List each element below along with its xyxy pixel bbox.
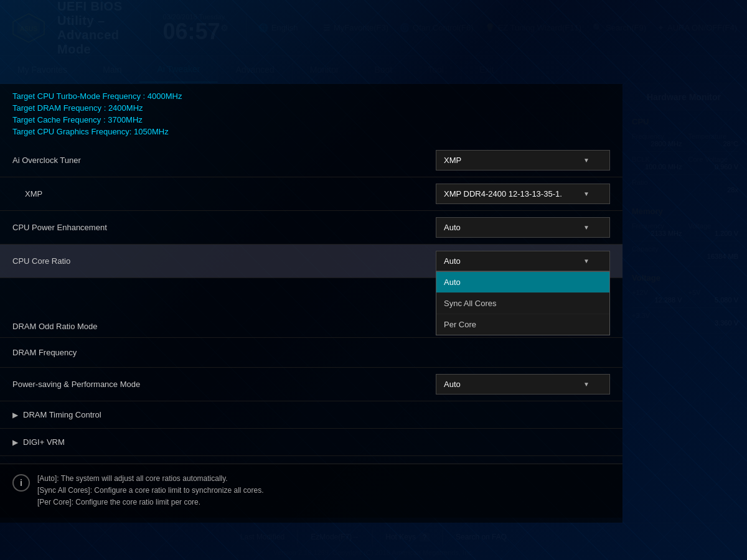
banner-cpu-turbo: Target CPU Turbo-Mode Frequency : 4000MH… — [12, 91, 610, 101]
right-arrow-icon: ▶ — [12, 411, 18, 419]
chevron-down-icon: ▼ — [583, 157, 590, 164]
collapsible-label-digi-vrm: DIGI+ VRM — [23, 437, 65, 447]
dropdown-btn-power-saving[interactable]: Auto ▼ — [436, 374, 610, 394]
collapsible-digi-vrm[interactable]: ▶ DIGI+ VRM — [0, 429, 622, 456]
setting-cpu-core-ratio: CPU Core Ratio Auto ▼ Auto Sync All Core… — [0, 245, 622, 278]
banner-gpu-freq: Target CPU Graphics Frequency: 1050MHz — [12, 127, 610, 136]
dropdown-btn-cpu-power[interactable]: Auto ▼ — [436, 217, 610, 238]
setting-label-ai-overclock: Ai Overclock Tuner — [12, 156, 436, 165]
settings-list: Ai Overclock Tuner XMP ▼ XMP XMP DDR4-24… — [0, 141, 622, 459]
chevron-down-icon-cpu-power: ▼ — [583, 224, 590, 231]
info-icon: i — [12, 474, 30, 492]
dropdown-cpu-core-ratio[interactable]: Auto ▼ Auto Sync All Cores Per Core — [436, 251, 610, 271]
option-sync-all-cores[interactable]: Sync All Cores — [436, 293, 609, 314]
info-line-3: [Per Core]: Configure the core ratio lim… — [37, 497, 263, 508]
banner-cache-freq: Target Cache Frequency : 3700MHz — [12, 115, 610, 124]
setting-power-saving: Power-saving & Performance Mode Auto ▼ — [0, 368, 622, 401]
setting-ai-overclock-tuner: Ai Overclock Tuner XMP ▼ — [0, 144, 622, 177]
setting-cpu-power-enhancement: CPU Power Enhancement Auto ▼ — [0, 211, 622, 245]
chevron-down-icon-power: ▼ — [583, 381, 590, 388]
dropdown-options-cpu-core-ratio: Auto Sync All Cores Per Core — [436, 271, 610, 335]
dropdown-cpu-power[interactable]: Auto ▼ — [436, 217, 610, 238]
right-arrow-icon-digi: ▶ — [12, 438, 18, 447]
setting-dram-frequency: DRAM Frequency — [0, 338, 622, 368]
info-text: [Auto]: The system will adjust all core … — [37, 473, 263, 509]
option-auto[interactable]: Auto — [436, 272, 609, 293]
dropdown-btn-cpu-core-ratio[interactable]: Auto ▼ — [436, 251, 610, 271]
setting-label-power-saving: Power-saving & Performance Mode — [12, 380, 436, 389]
collapsible-label-dram-timing: DRAM Timing Control — [23, 410, 101, 419]
dropdown-btn-ai-overclock[interactable]: XMP ▼ — [436, 150, 610, 170]
chevron-down-icon-cpu-core: ▼ — [583, 258, 590, 264]
info-box: i [Auto]: The system will adjust all cor… — [0, 464, 622, 518]
dropdown-btn-xmp[interactable]: XMP DDR4-2400 12-13-13-35-1. ▼ — [436, 184, 610, 204]
setting-label-cpu-core-ratio: CPU Core Ratio — [12, 256, 436, 266]
setting-label-xmp: XMP — [25, 189, 436, 198]
setting-label-cpu-power: CPU Power Enhancement — [12, 223, 436, 232]
chevron-down-icon-xmp: ▼ — [583, 190, 590, 197]
dropdown-ai-overclock[interactable]: XMP ▼ — [436, 150, 610, 170]
info-banners: Target CPU Turbo-Mode Frequency : 4000MH… — [0, 84, 622, 141]
collapsible-dram-timing[interactable]: ▶ DRAM Timing Control — [0, 401, 622, 429]
info-line-2: [Sync All Cores]: Configure a core ratio… — [37, 485, 263, 497]
banner-dram-freq: Target DRAM Frequency : 2400MHz — [12, 103, 610, 113]
info-line-1: [Auto]: The system will adjust all core … — [37, 473, 263, 485]
option-per-core[interactable]: Per Core — [436, 314, 609, 335]
settings-panel: Target CPU Turbo-Mode Frequency : 4000MH… — [0, 84, 622, 523]
setting-label-dram-frequency: DRAM Frequency — [12, 348, 610, 357]
dropdown-xmp[interactable]: XMP DDR4-2400 12-13-13-35-1. ▼ — [436, 184, 610, 204]
dropdown-power-saving[interactable]: Auto ▼ — [436, 374, 610, 394]
setting-xmp: XMP XMP DDR4-2400 12-13-13-35-1. ▼ — [0, 177, 622, 211]
